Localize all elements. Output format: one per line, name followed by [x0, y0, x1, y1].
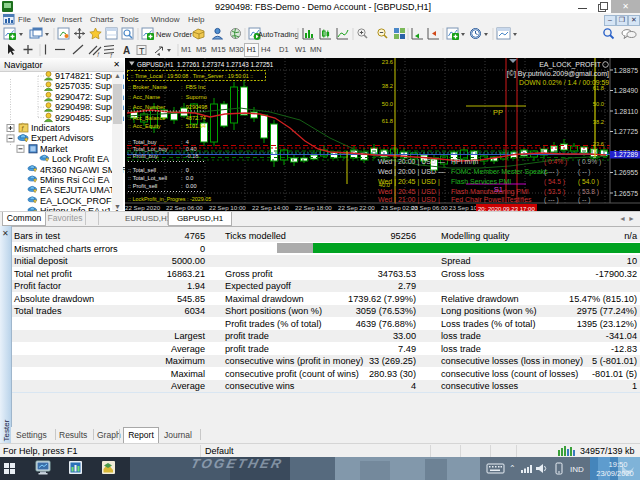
svg-text:( --- ): ( --- )	[544, 196, 559, 204]
svg-text:A: A	[123, 45, 130, 56]
svg-text:22 Sep 18:00: 22 Sep 18:00	[295, 204, 332, 211]
svg-text:: FBS Inc: : FBS Inc	[181, 84, 206, 90]
svg-text:Flash Manufacturing PMI: Flash Manufacturing PMI	[451, 188, 529, 196]
svg-text:FOMC Member Mester Speaks: FOMC Member Mester Speaks	[451, 168, 548, 176]
svg-text:S1: S1	[494, 185, 503, 194]
svg-text:23 Sep 06:00: 23 Sep 06:00	[411, 204, 448, 211]
svg-text:: Suporno: : Suporno	[181, 94, 207, 100]
svg-text:: -0.18: : -0.18	[181, 153, 198, 159]
svg-text:Wed | 20:45 | USD |: Wed | 20:45 | USD |	[378, 188, 440, 196]
svg-text:PP: PP	[493, 108, 503, 117]
svg-text::: Acc_Equity: :: Acc_Equity	[128, 123, 161, 129]
svg-text:19:50: 19:50	[609, 460, 628, 469]
svg-text:ƒ: ƒ	[97, 51, 100, 57]
svg-text:22 Sep 2020: 22 Sep 2020	[125, 204, 161, 211]
svg-text:T: T	[139, 46, 145, 56]
svg-text:Wed | 21:00 | USD |: Wed | 21:00 | USD |	[378, 196, 440, 204]
svg-text:50.0: 50.0	[382, 101, 393, 107]
svg-text::: Profit_buy: :: Profit_buy	[128, 153, 158, 159]
svg-text:: 4872.74: : 4872.74	[181, 115, 206, 121]
svg-text:23.6: 23.6	[382, 59, 393, 65]
svg-text:: 9290498: : 9290498	[181, 104, 207, 110]
svg-text:: 5101.94: : 5101.94	[181, 123, 206, 129]
svg-text::: Acc_Balance: :: Acc_Balance	[128, 115, 165, 121]
svg-text:22 Sep 22:00: 22 Sep 22:00	[338, 204, 375, 211]
svg-text:⌃: ⌃	[509, 464, 516, 473]
svg-text::: Time_Local : 19:50:08 . Tim: :: Time_Local : 19:50:08 . Time_Server :…	[131, 73, 254, 79]
svg-text::: Total_buy: :: Total_buy	[128, 139, 157, 145]
svg-text:EA_LOCK_PROFIT: EA_LOCK_PROFIT	[539, 61, 602, 69]
svg-text:61.8: 61.8	[382, 118, 393, 124]
svg-text:Wed | 20:00 | USD —: Wed | 20:00 | USD —	[378, 158, 445, 166]
svg-text:: 0.0: : 0.0	[181, 175, 193, 181]
svg-text:: 0.40: : 0.40	[181, 146, 197, 152]
svg-text:38.2: 38.2	[593, 119, 604, 125]
svg-text:50.0: 50.0	[593, 101, 604, 107]
svg-text:Fed Chair Powell Testifies: Fed Chair Powell Testifies	[451, 196, 532, 203]
svg-text:( 53.5 ): ( 53.5 )	[544, 188, 565, 196]
svg-text:( 0.4% ): ( 0.4% )	[544, 158, 567, 166]
svg-text:22 Sep 10:00: 22 Sep 10:00	[209, 204, 246, 211]
svg-text::: Total_Lot_buy: :: Total_Lot_buy	[128, 146, 168, 152]
svg-text:ƒ: ƒ	[110, 52, 113, 58]
svg-text::: LockProfit_in_Progres : -20: :: LockProfit_in_Progres : -2029.05	[128, 196, 211, 202]
svg-text:Wed | 20:00 | USD —: Wed | 20:00 | USD —	[378, 168, 445, 176]
svg-text::: Acc_Number: :: Acc_Number	[128, 104, 165, 110]
svg-text:( 53.8 ): ( 53.8 )	[578, 188, 599, 196]
svg-text:GBPUSD,H1 1.27261 1.27374 1.2: GBPUSD,H1 1.27261 1.27374 1.27143 1.2725…	[137, 61, 274, 68]
svg-text:22 Sep 06:00: 22 Sep 06:00	[166, 204, 203, 211]
svg-text:40.0: 40.0	[379, 182, 390, 188]
svg-text:61.8: 61.8	[593, 85, 604, 91]
svg-text::: Total_Lot_sell: :: Total_Lot_sell	[128, 175, 167, 181]
svg-text:1.26955: 1.26955	[613, 169, 638, 176]
svg-text:[©] By:putrivio.2009@gmail.com: [©] By:putrivio.2009@gmail.com]	[507, 70, 609, 78]
svg-text:: 0.00: : 0.00	[181, 183, 197, 189]
svg-text::: Acc_Name: :: Acc_Name	[128, 94, 160, 100]
svg-text:23.6: 23.6	[593, 141, 604, 147]
svg-text:Flash Services PMI: Flash Services PMI	[451, 178, 511, 185]
svg-text:1.27725: 1.27725	[613, 128, 638, 135]
svg-text:( -- ): ( -- )	[578, 168, 590, 176]
svg-text::: Profit_sell: :: Profit_sell	[128, 183, 157, 189]
svg-text:( --- ): ( --- )	[544, 168, 559, 176]
svg-text:HPI m/m: HPI m/m	[451, 158, 478, 165]
svg-text:1.27289: 1.27289	[613, 151, 638, 158]
svg-text::: Broker_Name: :: Broker_Name	[128, 84, 167, 90]
svg-text:1.28875: 1.28875	[613, 67, 638, 74]
svg-text:( 0.9% ): ( 0.9% )	[578, 158, 601, 166]
svg-text::: Total_sell: :: Total_sell	[128, 167, 156, 173]
svg-text:: 4: : 4	[181, 139, 189, 145]
svg-text:TOGETHER: TOGETHER	[190, 457, 286, 471]
svg-text:22 Sep 14:00: 22 Sep 14:00	[252, 204, 289, 211]
svg-text:1.26575: 1.26575	[613, 190, 638, 197]
svg-text:38.2: 38.2	[382, 83, 393, 89]
svg-text:( 54.0 ): ( 54.0 )	[578, 178, 599, 186]
svg-text:New Order: New Order	[156, 30, 193, 39]
svg-text:( -- ): ( -- )	[578, 196, 590, 204]
svg-text:( 54.5 ): ( 54.5 )	[544, 178, 565, 186]
svg-text:AutoTrading: AutoTrading	[258, 30, 299, 39]
svg-text:IND: IND	[570, 465, 584, 474]
svg-text:1.28490: 1.28490	[613, 87, 638, 94]
svg-text:1.28110: 1.28110	[614, 108, 638, 115]
svg-text:23/09/2020: 23/09/2020	[596, 469, 634, 478]
svg-text:: 0: : 0	[181, 167, 189, 173]
